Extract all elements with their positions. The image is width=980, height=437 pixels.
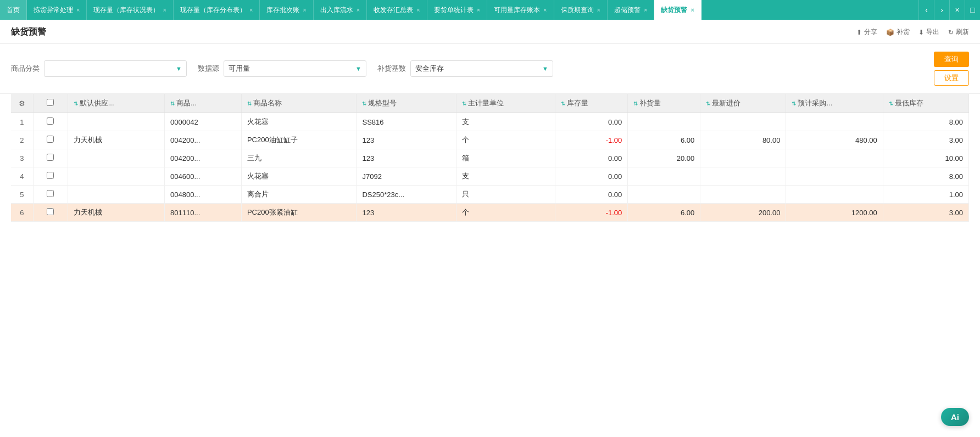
- row-select-5[interactable]: [47, 190, 54, 197]
- stock-cell-3: 0.00: [555, 149, 628, 167]
- min-stock-cell-2: 3.00: [883, 131, 968, 149]
- filter-actions: 查询 设置: [934, 52, 969, 86]
- tab-11[interactable]: 缺货预警×: [654, 0, 701, 20]
- tab-6[interactable]: 收发存汇总表×: [367, 0, 427, 20]
- latest-price-column-header[interactable]: ⇅最新进价: [700, 94, 786, 113]
- tab-prev-btn[interactable]: ‹: [918, 0, 934, 20]
- row-num-6: 6: [11, 204, 33, 222]
- spec-column-header[interactable]: ⇅规格型号: [357, 94, 456, 113]
- latest-price-cell-6: 200.00: [700, 204, 786, 222]
- tab-7[interactable]: 要货单统计表×: [427, 0, 487, 20]
- tab-close-window-btn[interactable]: ×: [949, 0, 965, 20]
- row-checkbox-3[interactable]: [33, 149, 68, 167]
- select-all-checkbox[interactable]: [47, 99, 54, 106]
- replenish-select[interactable]: 安全库存 ▼: [410, 60, 553, 77]
- tab-close-btn-7[interactable]: ×: [477, 7, 480, 13]
- goods-code-column-header[interactable]: ⇅商品...: [165, 94, 242, 113]
- replenish-btn[interactable]: 📦 补货: [886, 27, 910, 37]
- supplier-cell-5: [68, 186, 164, 204]
- datasource-label: 数据源: [198, 64, 219, 74]
- category-select[interactable]: ▼: [44, 60, 187, 77]
- refresh-icon: ↻: [948, 29, 954, 36]
- tab-5[interactable]: 出入库流水×: [314, 0, 367, 20]
- checkbox-column-header[interactable]: [33, 94, 68, 113]
- row-checkbox-2[interactable]: [33, 131, 68, 149]
- replenish-arrow-icon: ▼: [542, 65, 548, 72]
- row-checkbox-4[interactable]: [33, 167, 68, 186]
- unit-cell-6: 个: [456, 204, 555, 222]
- replenish-filter-group: 补货基数 安全库存 ▼: [377, 60, 553, 77]
- tab-3[interactable]: 现存量（库存分布表）×: [174, 0, 260, 20]
- row-select-2[interactable]: [47, 136, 54, 143]
- est-purchase-cell-3: [786, 149, 883, 167]
- datasource-select[interactable]: 可用量 ▼: [224, 60, 366, 77]
- tab-close-btn-6[interactable]: ×: [416, 7, 420, 13]
- export-icon: ⬇: [918, 29, 924, 36]
- goods-code-cell-3: 004200...: [165, 149, 242, 167]
- tab-close-btn-1[interactable]: ×: [76, 7, 80, 13]
- tab-2[interactable]: 现存量（库存状况表）×: [87, 0, 173, 20]
- tab-10[interactable]: 超储预警×: [608, 0, 654, 20]
- stock-cell-5: 0.00: [555, 186, 628, 204]
- tab-close-btn-3[interactable]: ×: [249, 7, 253, 13]
- tab-9[interactable]: 保质期查询×: [554, 0, 608, 20]
- latest-price-cell-3: [700, 149, 786, 167]
- table-row: 4 004600... 火花塞 J7092 支 0.00 8.00: [11, 167, 969, 186]
- goods-code-cell-6: 801110...: [165, 204, 242, 222]
- tab-close-btn-2[interactable]: ×: [163, 7, 166, 13]
- supplier-cell-3: [68, 149, 164, 167]
- tab-close-btn-4[interactable]: ×: [303, 7, 306, 13]
- refresh-btn[interactable]: ↻ 刷新: [948, 27, 969, 37]
- tab-next-btn[interactable]: ›: [934, 0, 949, 20]
- replenish-qty-column-header[interactable]: ⇅补货量: [628, 94, 700, 113]
- row-select-4[interactable]: [47, 172, 54, 179]
- supplier-cell-4: [68, 167, 164, 186]
- gear-column-header[interactable]: ⚙: [11, 94, 33, 113]
- category-arrow-icon: ▼: [176, 65, 182, 72]
- est-purchase-cell-5: [786, 186, 883, 204]
- row-checkbox-1[interactable]: [33, 113, 68, 131]
- row-checkbox-6[interactable]: [33, 204, 68, 222]
- filter-row: 商品分类 ▼ 数据源 可用量 ▼ 补货基数 安全库存 ▼ 查询 设置: [0, 44, 980, 94]
- min-stock-column-header[interactable]: ⇅最低库存: [883, 94, 968, 113]
- row-select-6[interactable]: [47, 208, 54, 215]
- tab-close-btn-5[interactable]: ×: [357, 7, 360, 13]
- gear-icon: ⚙: [19, 99, 25, 108]
- tab-8[interactable]: 可用量库存账本×: [487, 0, 554, 20]
- share-icon: ⬆: [856, 29, 862, 36]
- share-btn[interactable]: ⬆ 分享: [856, 27, 877, 37]
- tab-close-btn-11[interactable]: ×: [691, 7, 694, 13]
- datasource-value: 可用量: [229, 64, 250, 74]
- table-header-row: ⚙ ⇅默认供应... ⇅商品... ⇅商品名称 ⇅规格型号 ⇅主计量单位 ⇅库存…: [11, 94, 969, 113]
- tab-1[interactable]: 拣货异常处理×: [27, 0, 87, 20]
- query-button[interactable]: 查询: [934, 52, 969, 67]
- stock-column-header[interactable]: ⇅库存量: [555, 94, 628, 113]
- export-btn[interactable]: ⬇ 导出: [918, 27, 939, 37]
- latest-price-cell-5: [700, 186, 786, 204]
- latest-price-cell-1: [700, 113, 786, 131]
- tab-close-btn-8[interactable]: ×: [543, 7, 547, 13]
- ai-badge[interactable]: Ai: [941, 408, 969, 426]
- row-select-3[interactable]: [47, 154, 54, 161]
- est-purchase-column-header[interactable]: ⇅预计采购...: [786, 94, 883, 113]
- goods-name-column-header[interactable]: ⇅商品名称: [241, 94, 357, 113]
- est-purchase-cell-1: [786, 113, 883, 131]
- tab-maximize-btn[interactable]: □: [965, 0, 980, 20]
- unit-column-header[interactable]: ⇅主计量单位: [456, 94, 555, 113]
- tab-close-btn-10[interactable]: ×: [644, 7, 647, 13]
- tab-close-btn-9[interactable]: ×: [597, 7, 600, 13]
- settings-button[interactable]: 设置: [934, 70, 969, 86]
- stock-cell-6: -1.00: [555, 204, 628, 222]
- supplier-column-header[interactable]: ⇅默认供应...: [68, 94, 164, 113]
- spec-cell-3: 123: [357, 149, 456, 167]
- category-filter-group: 商品分类 ▼: [11, 60, 187, 77]
- tab-4[interactable]: 库存批次账×: [260, 0, 313, 20]
- goods-code-cell-1: 0000042: [165, 113, 242, 131]
- tab-0[interactable]: 首页: [0, 0, 27, 20]
- goods-code-cell-5: 004800...: [165, 186, 242, 204]
- spec-cell-2: 123: [357, 131, 456, 149]
- row-checkbox-5[interactable]: [33, 186, 68, 204]
- replenish-qty-cell-2: 6.00: [628, 131, 700, 149]
- row-select-1[interactable]: [47, 117, 54, 125]
- unit-cell-2: 个: [456, 131, 555, 149]
